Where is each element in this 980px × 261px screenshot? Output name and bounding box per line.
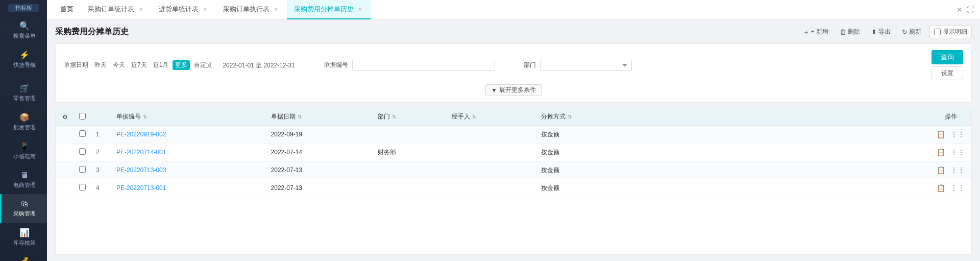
td-split-0: 按金额 bbox=[536, 126, 930, 144]
tab-close-stock-stats[interactable]: × bbox=[202, 6, 209, 13]
expand-button[interactable]: ▼ 展开更多条件 bbox=[485, 84, 542, 96]
th-dept[interactable]: 部门⇅ bbox=[373, 108, 446, 126]
more-icon-3[interactable]: ⋮⋮ bbox=[949, 183, 966, 193]
sidebar-item-finance[interactable]: 💰 资金管理 bbox=[0, 252, 47, 261]
tab-close-purchase-cost[interactable]: × bbox=[357, 6, 364, 13]
docno-label: 单据编号 bbox=[324, 61, 348, 69]
query-button[interactable]: 查询 bbox=[932, 50, 963, 64]
tab-close-purchase-order-exec[interactable]: × bbox=[273, 6, 280, 13]
td-setting-1 bbox=[56, 144, 74, 161]
tabs-actions: ✕ ⛶ bbox=[957, 6, 974, 14]
sidebar-item-retail[interactable]: 🛒 零售管理 bbox=[0, 78, 47, 107]
th-doc-no[interactable]: 单据编号⇅ bbox=[111, 108, 266, 126]
sidebar-item-shortcut[interactable]: ⚡ 快捷导航 bbox=[0, 45, 47, 74]
delete-button[interactable]: 🗑 删除 bbox=[837, 26, 863, 38]
doc-link-1[interactable]: PE-20220714-001 bbox=[116, 149, 166, 156]
row-checkbox-0[interactable] bbox=[79, 130, 86, 137]
td-docno-2: PE-20220713-003 bbox=[111, 161, 266, 179]
sidebar: 指标板 🔍 搜索菜单 ⚡ 快捷导航 🛒 零售管理 📦 批发管理 📱 小畅电商 🖥… bbox=[0, 0, 47, 261]
edit-icon-3[interactable]: 📋 bbox=[936, 183, 946, 193]
ecom-icon: 🖥 bbox=[4, 171, 45, 180]
th-setting[interactable]: ⚙ bbox=[56, 108, 74, 126]
row-checkbox-3[interactable] bbox=[79, 184, 86, 191]
td-dept-1: 财务部 bbox=[373, 144, 446, 161]
doc-link-3[interactable]: PE-20220713-001 bbox=[116, 184, 166, 192]
sidebar-logo: 指标板 bbox=[8, 4, 39, 12]
th-doc-date[interactable]: 单据日期⇅ bbox=[266, 108, 373, 126]
td-action-1: 📋 ⋮⋮ bbox=[930, 144, 971, 161]
tab-home[interactable]: 首页 bbox=[53, 0, 81, 19]
doc-link-2[interactable]: PE-20220713-003 bbox=[116, 167, 166, 174]
tab-close-purchase-order-stats[interactable]: × bbox=[137, 6, 144, 13]
date-shortcut-yesterday[interactable]: 昨天 bbox=[92, 60, 109, 70]
table-row: 3 PE-20220713-003 2022-07-13 按金额 📋 ⋮⋮ bbox=[56, 161, 971, 179]
close-all-tabs-icon[interactable]: ✕ bbox=[957, 6, 963, 14]
td-setting-0 bbox=[56, 126, 74, 144]
date-shortcut-1month[interactable]: 近1月 bbox=[151, 60, 171, 70]
date-shortcut-more[interactable]: 更多 bbox=[173, 60, 190, 70]
dept-select[interactable]: 财务部 bbox=[540, 60, 632, 71]
doc-link-0[interactable]: PE-20220919-002 bbox=[116, 131, 166, 138]
more-icon-0[interactable]: ⋮⋮ bbox=[949, 129, 966, 139]
sidebar-item-inventory[interactable]: 📊 库存核算 bbox=[0, 223, 47, 252]
tab-purchase-order-stats[interactable]: 采购订单统计表 × bbox=[81, 0, 152, 19]
sort-icon-handler: ⇅ bbox=[472, 114, 476, 120]
data-table: ⚙ 单据编号⇅ 单据日期⇅ 部门⇅ bbox=[56, 108, 971, 197]
td-checkbox-2 bbox=[74, 161, 91, 179]
td-action-3: 📋 ⋮⋮ bbox=[930, 179, 971, 197]
show-cols-button[interactable]: 显示明细 bbox=[929, 26, 972, 38]
td-rownum-2: 3 bbox=[91, 161, 111, 179]
tab-stock-stats[interactable]: 进货单统计表 × bbox=[152, 0, 216, 19]
inventory-icon: 📊 bbox=[4, 228, 45, 238]
settings-button[interactable]: 设置 bbox=[932, 66, 963, 80]
search-icon: 🔍 bbox=[4, 21, 45, 31]
td-dept-2 bbox=[373, 161, 446, 179]
sort-icon-dept: ⇅ bbox=[392, 114, 396, 120]
sidebar-item-ecom[interactable]: 🖥 电商管理 bbox=[0, 165, 47, 194]
sidebar-item-wholesale[interactable]: 📦 批发管理 bbox=[0, 107, 47, 136]
date-shortcut-custom[interactable]: 自定义 bbox=[192, 60, 214, 70]
refresh-button[interactable]: ↻ 刷新 bbox=[899, 26, 924, 38]
date-shortcut-today[interactable]: 今天 bbox=[111, 60, 127, 70]
tab-purchase-order-exec[interactable]: 采购订单执行表 × bbox=[216, 0, 287, 19]
finance-icon: 💰 bbox=[4, 257, 45, 261]
show-cols-checkbox[interactable] bbox=[934, 29, 941, 35]
row-checkbox-2[interactable] bbox=[79, 166, 86, 173]
edit-icon-0[interactable]: 📋 bbox=[936, 129, 946, 139]
more-icon-2[interactable]: ⋮⋮ bbox=[949, 165, 966, 175]
page-title: 采购费用分摊单历史 bbox=[55, 27, 129, 37]
td-checkbox-3 bbox=[74, 179, 91, 197]
docno-input[interactable] bbox=[352, 60, 495, 71]
export-button[interactable]: ⬆ 导出 bbox=[868, 26, 894, 38]
more-icon-1[interactable]: ⋮⋮ bbox=[949, 147, 966, 157]
td-setting-2 bbox=[56, 161, 74, 179]
search-field-dept: 部门 财务部 bbox=[524, 60, 632, 71]
date-shortcut-7days[interactable]: 近7天 bbox=[129, 60, 149, 70]
td-handler-0 bbox=[447, 126, 536, 144]
td-date-1: 2022-07-14 bbox=[266, 144, 373, 161]
dept-label: 部门 bbox=[524, 61, 536, 69]
fullscreen-icon[interactable]: ⛶ bbox=[967, 6, 974, 14]
th-rownum bbox=[91, 108, 111, 126]
edit-icon-1[interactable]: 📋 bbox=[936, 147, 946, 157]
td-handler-2 bbox=[447, 161, 536, 179]
tab-purchase-cost[interactable]: 采购费用分摊单历史 × bbox=[287, 0, 371, 19]
table-row: 2 PE-20220714-001 2022-07-14 财务部 按金额 📋 ⋮… bbox=[56, 144, 971, 161]
td-action-2: 📋 ⋮⋮ bbox=[930, 161, 971, 179]
th-split-method[interactable]: 分摊方式⇅ bbox=[536, 108, 930, 126]
sidebar-item-search[interactable]: 🔍 搜索菜单 bbox=[0, 16, 47, 45]
sort-icon-split: ⇅ bbox=[568, 114, 572, 120]
date-shortcuts: 昨天 今天 近7天 近1月 更多 自定义 bbox=[92, 60, 214, 70]
sidebar-item-purchase[interactable]: 🛍 采购管理 bbox=[0, 194, 47, 223]
edit-icon-2[interactable]: 📋 bbox=[936, 165, 946, 175]
sidebar-item-mini[interactable]: 📱 小畅电商 bbox=[0, 136, 47, 165]
row-checkbox-1[interactable] bbox=[79, 148, 86, 155]
table-row: 4 PE-20220713-001 2022-07-13 按金额 📋 ⋮⋮ bbox=[56, 179, 971, 197]
th-handler[interactable]: 经手人⇅ bbox=[447, 108, 536, 126]
table-row: 1 PE-20220919-002 2022-09-19 按金额 📋 ⋮⋮ bbox=[56, 126, 971, 144]
chevron-down-icon: ▼ bbox=[491, 87, 497, 94]
select-all-checkbox[interactable] bbox=[79, 113, 86, 120]
add-button[interactable]: ＋ + 新增 bbox=[800, 26, 831, 38]
td-docno-0: PE-20220919-002 bbox=[111, 126, 266, 144]
td-split-1: 按金额 bbox=[536, 144, 930, 161]
